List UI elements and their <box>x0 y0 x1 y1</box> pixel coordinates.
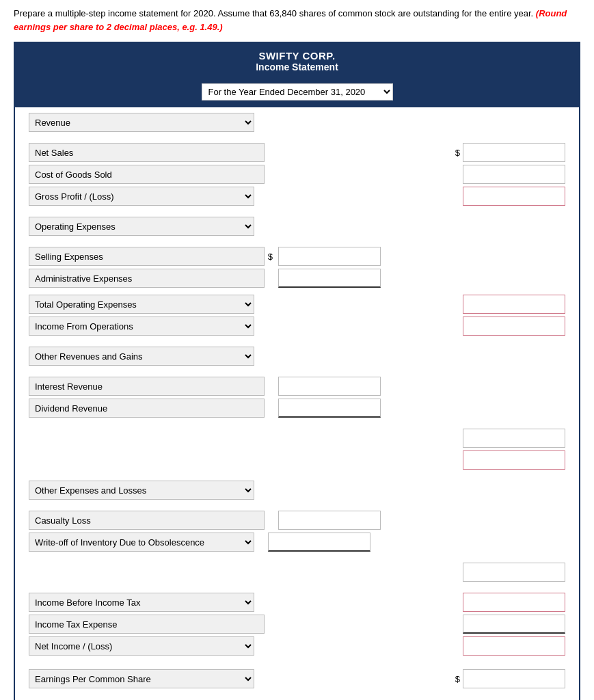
interest-revenue-field[interactable] <box>279 377 380 395</box>
income-tax-label: Income Tax Expense <box>29 615 265 634</box>
gross-profit-field[interactable] <box>463 187 565 205</box>
selling-expenses-label: Selling Expenses <box>29 247 265 266</box>
date-select[interactable]: For the Year Ended December 31, 2020 <box>202 83 393 100</box>
operating-expenses-select[interactable]: Operating Expenses <box>29 217 254 235</box>
gross-profit-row: Gross Profit / (Loss) <box>29 187 565 206</box>
doc-title: Income Statement <box>18 62 576 72</box>
net-income-select[interactable]: Net Income / (Loss) <box>29 637 254 655</box>
writeoff-input[interactable] <box>268 533 370 552</box>
dollar-sign-netsales: $ <box>455 148 460 158</box>
interest-revenue-label: Interest Revenue <box>29 377 265 396</box>
other-expenses-subtotal-input[interactable] <box>463 563 565 582</box>
net-income-field[interactable] <box>463 637 565 655</box>
net-sales-label: Net Sales <box>29 143 265 162</box>
intro-paragraph: Prepare a multiple-step income statement… <box>14 7 580 33</box>
other-revenues-dropdown[interactable]: Other Revenues and Gains <box>29 347 254 366</box>
other-expenses-select[interactable]: Other Expenses and Losses <box>29 481 254 499</box>
dividend-revenue-row: Dividend Revenue <box>29 399 565 418</box>
income-from-ops-row: Income From Operations <box>29 317 565 336</box>
other-revenues-total-input[interactable] <box>463 450 565 470</box>
revenue-dropdown[interactable]: Revenue <box>29 113 254 132</box>
income-before-tax-field[interactable] <box>463 593 565 611</box>
dividend-revenue-field[interactable] <box>279 399 380 416</box>
admin-expenses-row: Administrative Expenses <box>29 269 565 288</box>
total-operating-row: Total Operating Expenses <box>29 295 565 314</box>
cogs-input[interactable] <box>463 165 565 184</box>
operating-expenses-dropdown[interactable]: Operating Expenses <box>29 217 254 236</box>
cogs-label: Cost of Goods Sold <box>29 165 265 184</box>
writeoff-row: Write-off of Inventory Due to Obsolescen… <box>29 533 565 552</box>
interest-revenue-input[interactable] <box>278 377 381 396</box>
date-row: For the Year Ended December 31, 2020 <box>15 79 579 107</box>
interest-revenue-row: Interest Revenue <box>29 377 565 396</box>
net-income-input[interactable] <box>463 636 565 656</box>
admin-expenses-field[interactable] <box>279 269 380 286</box>
net-sales-row: Net Sales $ <box>29 143 565 162</box>
net-income-dropdown[interactable]: Net Income / (Loss) <box>29 636 254 656</box>
statement-header: SWIFTY CORP. Income Statement <box>15 43 579 79</box>
net-sales-field[interactable] <box>463 144 565 161</box>
other-expenses-dropdown[interactable]: Other Expenses and Losses <box>29 481 254 500</box>
selling-expenses-input[interactable] <box>278 247 381 266</box>
earnings-per-share-field[interactable] <box>463 670 565 688</box>
writeoff-select[interactable]: Write-off of Inventory Due to Obsolescen… <box>29 533 254 551</box>
cogs-field[interactable] <box>463 165 565 183</box>
income-tax-row: Income Tax Expense <box>29 615 565 634</box>
income-from-ops-field[interactable] <box>463 317 565 335</box>
other-revenues-row: Other Revenues and Gains <box>29 347 565 366</box>
dividend-revenue-input[interactable] <box>278 399 381 418</box>
net-income-row: Net Income / (Loss) <box>29 636 565 656</box>
earnings-per-share-row: Earnings Per Common Share $ <box>29 669 565 688</box>
earnings-per-share-dropdown[interactable]: Earnings Per Common Share <box>29 669 254 688</box>
selling-expenses-row: Selling Expenses $ <box>29 247 565 266</box>
casualty-loss-input[interactable] <box>278 511 381 530</box>
total-operating-field[interactable] <box>463 295 565 313</box>
dividend-revenue-label: Dividend Revenue <box>29 399 265 418</box>
selling-expenses-field[interactable] <box>279 247 380 265</box>
writeoff-field[interactable] <box>269 533 370 550</box>
revenue-select[interactable]: Revenue <box>29 113 254 131</box>
admin-expenses-input[interactable] <box>278 269 381 288</box>
other-revenues-subtotal-field[interactable] <box>463 429 565 447</box>
income-from-ops-select[interactable]: Income From Operations <box>29 317 254 335</box>
total-operating-input[interactable] <box>463 295 565 314</box>
operating-expenses-row: Operating Expenses <box>29 217 565 236</box>
earnings-per-share-select[interactable]: Earnings Per Common Share <box>29 670 254 688</box>
earnings-per-share-input[interactable] <box>463 669 565 688</box>
other-expenses-subtotal-field[interactable] <box>463 563 565 581</box>
other-revenues-subtotal-input[interactable] <box>463 429 565 448</box>
income-before-tax-select[interactable]: Income Before Income Tax <box>29 593 254 611</box>
income-before-tax-input[interactable] <box>463 593 565 612</box>
casualty-loss-field[interactable] <box>279 511 380 529</box>
casualty-loss-label: Casualty Loss <box>29 511 265 530</box>
casualty-loss-row: Casualty Loss <box>29 511 565 530</box>
company-name: SWIFTY CORP. <box>18 50 576 62</box>
gross-profit-select[interactable]: Gross Profit / (Loss) <box>29 187 254 205</box>
income-before-tax-dropdown[interactable]: Income Before Income Tax <box>29 593 254 612</box>
net-sales-input[interactable] <box>463 143 565 162</box>
statement-container: SWIFTY CORP. Income Statement For the Ye… <box>14 42 580 700</box>
cogs-row: Cost of Goods Sold <box>29 165 565 184</box>
income-from-ops-dropdown[interactable]: Income From Operations <box>29 317 254 336</box>
statement-body: Revenue Net Sales $ Cost of Goods Sold <box>15 107 579 700</box>
other-revenues-total-field[interactable] <box>463 451 565 469</box>
total-operating-select[interactable]: Total Operating Expenses <box>29 295 254 313</box>
income-tax-input[interactable] <box>463 615 565 634</box>
income-tax-field[interactable] <box>463 615 565 632</box>
revenue-row: Revenue <box>29 113 565 132</box>
total-operating-dropdown[interactable]: Total Operating Expenses <box>29 295 254 314</box>
admin-expenses-label: Administrative Expenses <box>29 269 265 288</box>
gross-profit-input[interactable] <box>463 187 565 206</box>
income-from-ops-input[interactable] <box>463 317 565 336</box>
writeoff-dropdown[interactable]: Write-off of Inventory Due to Obsolescen… <box>29 533 254 552</box>
gross-profit-dropdown[interactable]: Gross Profit / (Loss) <box>29 187 254 206</box>
dollar-sign-selling: $ <box>268 252 273 262</box>
other-expenses-row: Other Expenses and Losses <box>29 481 565 500</box>
income-before-tax-row: Income Before Income Tax <box>29 593 565 612</box>
other-revenues-select[interactable]: Other Revenues and Gains <box>29 347 254 365</box>
dollar-sign-eps: $ <box>455 674 460 684</box>
